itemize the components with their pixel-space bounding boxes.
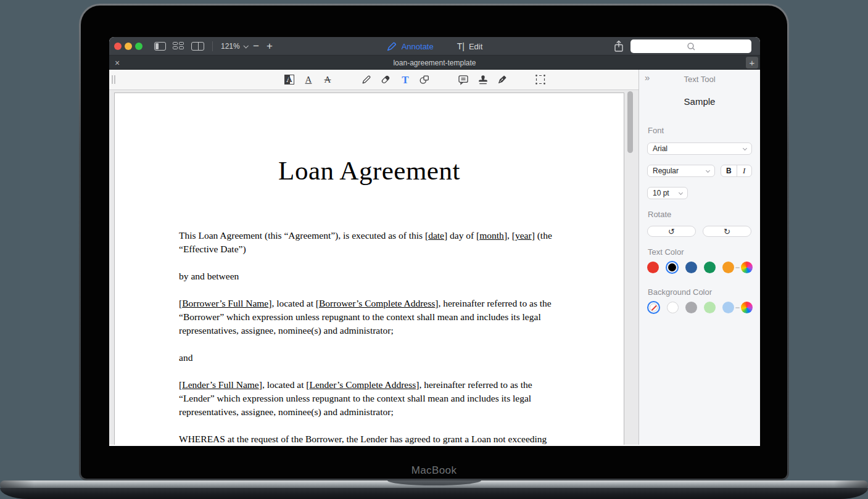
tab-edit[interactable]: T| Edit bbox=[457, 41, 483, 51]
text-color-swatch-0[interactable] bbox=[647, 262, 659, 273]
edit-text-icon: T| bbox=[457, 41, 465, 51]
bold-button[interactable]: B bbox=[721, 165, 737, 176]
document-paragraph: WHEREAS at the request of the Borrower, … bbox=[179, 432, 556, 445]
two-page-view-icon[interactable] bbox=[191, 42, 204, 51]
document-paragraph: and bbox=[179, 351, 556, 365]
left-column: A A A A bbox=[109, 70, 639, 445]
close-traffic-light[interactable] bbox=[114, 43, 122, 50]
macbook-screen: 121% − + Annotate T| Edit bbox=[81, 6, 787, 479]
background-color-row bbox=[647, 301, 753, 314]
minimize-traffic-light[interactable] bbox=[125, 43, 132, 50]
highlight-tool-button[interactable]: A A bbox=[280, 70, 299, 89]
tab-title[interactable]: loan-agreement-template bbox=[109, 56, 760, 70]
sidebar-view-icon[interactable] bbox=[154, 42, 166, 51]
text-color-swatch-3[interactable] bbox=[704, 262, 716, 273]
scrollbar-thumb[interactable] bbox=[627, 91, 633, 153]
chevron-down-icon bbox=[679, 191, 683, 195]
document-paragraph: [Lender’s Full Name], located at [Lender… bbox=[179, 378, 556, 419]
select-tool-button[interactable] bbox=[531, 70, 550, 89]
text-color-row bbox=[647, 261, 753, 274]
toolbar-grip-handle[interactable] bbox=[112, 75, 115, 84]
tab-bar: × loan-agreement-template + bbox=[109, 56, 760, 70]
selection-icon bbox=[535, 74, 546, 85]
stamp-tool-button[interactable] bbox=[474, 70, 492, 89]
zoom-level-dropdown[interactable]: 121% bbox=[221, 37, 247, 56]
mode-switcher: Annotate T| Edit bbox=[387, 37, 483, 56]
zoom-level-value: 121% bbox=[221, 42, 240, 51]
background-color-swatch-0[interactable] bbox=[647, 301, 660, 314]
note-tool-button[interactable] bbox=[454, 70, 473, 89]
background-color-swatch-3[interactable] bbox=[704, 302, 716, 313]
stamp-icon bbox=[477, 74, 489, 85]
chevron-down-icon bbox=[743, 146, 747, 151]
view-mode-buttons bbox=[154, 42, 204, 51]
macbook-bezel: 121% − + Annotate T| Edit bbox=[79, 4, 789, 480]
maximize-traffic-light[interactable] bbox=[135, 43, 143, 50]
font-style-select[interactable]: Regular bbox=[647, 165, 715, 177]
italic-button[interactable]: I bbox=[737, 165, 752, 176]
document-paragraph: This Loan Agreement (this “Agreement”), … bbox=[179, 229, 556, 256]
rotate-ccw-icon: ↺ bbox=[668, 227, 675, 236]
strikethrough-tool-button[interactable]: A bbox=[318, 70, 337, 89]
document-area[interactable]: Loan Agreement This Loan Agreement (this… bbox=[109, 90, 639, 445]
signature-pen-icon bbox=[497, 74, 508, 85]
text-tool-button[interactable]: T bbox=[396, 70, 415, 89]
text-color-swatch-2[interactable] bbox=[685, 262, 697, 273]
font-family-select[interactable]: Arial bbox=[647, 142, 752, 155]
background-color-swatch-1[interactable] bbox=[667, 302, 679, 313]
text-color-swatch-1[interactable] bbox=[666, 261, 679, 274]
chevron-down-icon bbox=[706, 168, 710, 173]
shapes-icon bbox=[419, 74, 430, 85]
annotation-toolbar: A A A A bbox=[109, 70, 639, 90]
font-style-value: Regular bbox=[653, 167, 679, 175]
underline-icon: A bbox=[305, 75, 312, 85]
share-icon bbox=[614, 40, 624, 52]
zoom-out-button[interactable]: − bbox=[253, 37, 259, 56]
pencil-icon bbox=[361, 74, 372, 85]
window-titlebar: 121% − + Annotate T| Edit bbox=[109, 37, 760, 56]
background-color-swatch-2[interactable] bbox=[685, 302, 697, 313]
document-paragraph: [Borrower’s Full Name], located at [Borr… bbox=[179, 297, 556, 337]
search-icon bbox=[687, 42, 696, 51]
text-color-custom-color-wheel[interactable] bbox=[741, 262, 753, 273]
edit-label: Edit bbox=[469, 42, 482, 51]
text-color-label: Text Color bbox=[648, 247, 684, 257]
swatch-dash-divider bbox=[735, 267, 740, 268]
macbook-base bbox=[0, 488, 868, 499]
sample-preview: Sample bbox=[639, 96, 760, 107]
pencil-tool-button[interactable] bbox=[357, 70, 376, 89]
font-family-value: Arial bbox=[653, 144, 668, 153]
scene: { "device": { "label": "MacBook" }, "acc… bbox=[0, 0, 868, 499]
rotate-ccw-button[interactable]: ↺ bbox=[647, 226, 696, 237]
zoom-in-button[interactable]: + bbox=[267, 37, 273, 56]
background-color-custom-color-wheel[interactable] bbox=[741, 302, 753, 313]
rotate-cw-button[interactable]: ↻ bbox=[703, 226, 751, 237]
signature-tool-button[interactable] bbox=[493, 70, 511, 89]
font-label: Font bbox=[648, 126, 664, 135]
font-size-value: 10 pt bbox=[653, 189, 669, 197]
thumbnails-view-icon[interactable] bbox=[173, 42, 184, 51]
text-tool-sidebar: » Text Tool Sample Font Arial Regular B bbox=[639, 70, 760, 445]
eraser-icon bbox=[380, 74, 391, 85]
shapes-tool-button[interactable] bbox=[415, 70, 434, 89]
bold-italic-segment: B I bbox=[721, 165, 752, 177]
document-body: This Loan Agreement (this “Agreement”), … bbox=[179, 229, 556, 445]
chevron-down-icon bbox=[243, 43, 248, 48]
eraser-tool-button[interactable] bbox=[376, 70, 395, 89]
tab-annotate[interactable]: Annotate bbox=[387, 42, 434, 51]
font-size-select[interactable]: 10 pt bbox=[647, 187, 688, 199]
rotate-cw-icon: ↻ bbox=[724, 227, 730, 236]
annotate-pen-icon bbox=[387, 42, 397, 51]
background-color-swatch-4[interactable] bbox=[722, 302, 734, 313]
highlight-icon: A A bbox=[284, 75, 294, 85]
document-page[interactable]: Loan Agreement This Loan Agreement (this… bbox=[114, 93, 624, 445]
document-title: Loan Agreement bbox=[115, 155, 624, 187]
main-content: A A A A bbox=[109, 70, 760, 445]
search-input[interactable] bbox=[630, 39, 751, 53]
document-paragraph: by and between bbox=[179, 270, 556, 283]
rotate-label: Rotate bbox=[648, 210, 671, 219]
text-color-swatch-4[interactable] bbox=[722, 262, 734, 273]
share-button[interactable] bbox=[614, 40, 624, 55]
add-tab-button[interactable]: + bbox=[746, 57, 758, 68]
underline-tool-button[interactable]: A bbox=[299, 70, 318, 89]
